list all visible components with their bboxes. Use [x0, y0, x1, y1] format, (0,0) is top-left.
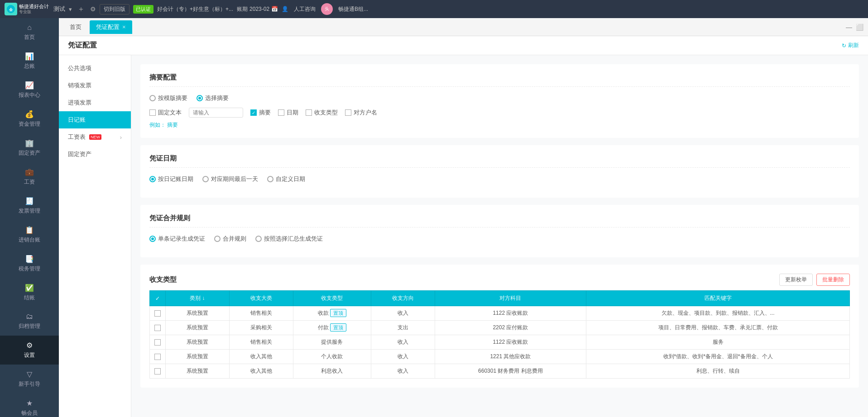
td-direction-3: 收入	[371, 350, 435, 364]
sidebar-item-purchase-sales[interactable]: 📋 进销台账	[0, 220, 59, 249]
checkbox-fixed-text[interactable]: 固定文本	[149, 109, 182, 117]
sidebar-item-label: 报表中心	[19, 91, 40, 99]
sidebar-item-tax[interactable]: 📑 税务管理	[0, 249, 59, 278]
radio-circle-merge	[214, 236, 221, 242]
th-type: 收支类型	[293, 291, 371, 306]
radio-single-record[interactable]: 单条记录生成凭证	[149, 235, 205, 243]
home-icon: ⌂	[27, 24, 32, 32]
checkbox-summary[interactable]: ✓ 摘要	[250, 109, 271, 117]
sidebar-item-fixed-assets[interactable]: 🏢 固定资产	[0, 133, 59, 162]
main-layout: ⌂ 首页 📊 总账 📈 报表中心 💰 资金管理 🏢 固定资产 💼 工资 🧾 发票…	[0, 18, 868, 417]
td-direction-4: 收入	[371, 364, 435, 379]
sidebar-item-reports[interactable]: 📈 报表中心	[0, 76, 59, 104]
td-checkbox-0[interactable]	[150, 306, 166, 321]
left-menu-item-public[interactable]: 公共选项	[59, 60, 131, 77]
payroll-icon: 💼	[25, 168, 34, 176]
left-menu-item-payroll-table[interactable]: 工资表 NEW ›	[59, 128, 131, 146]
settings-sidebar-icon: ⚙	[26, 341, 33, 350]
radio-summary-generate[interactable]: 按照选择汇总生成凭证	[255, 235, 323, 243]
radio-custom-date[interactable]: 自定义日期	[267, 175, 305, 183]
sidebar-item-invoices[interactable]: 🧾 发票管理	[0, 191, 59, 220]
td-checkbox-3[interactable]	[150, 350, 166, 364]
radio-circle-journal	[149, 176, 156, 182]
td-type-4: 利息收入	[293, 364, 371, 379]
voucher-date-radio-group: 按日记账日期 对应期间最后一天 自定义日期	[149, 175, 850, 183]
sidebar-item-payroll[interactable]: 💼 工资	[0, 162, 59, 191]
sidebar-item-label: 进销台账	[19, 236, 40, 244]
logo-icon: 会	[5, 3, 17, 15]
invoices-icon: 🧾	[25, 197, 34, 205]
td-checkbox-2[interactable]	[150, 335, 166, 350]
tab-close-icon[interactable]: ×	[122, 24, 126, 30]
tab-home[interactable]: 首页	[63, 20, 88, 34]
radio-period-last-day[interactable]: 对应期间最后一天	[202, 175, 258, 183]
td-account-2: 1122 应收账款	[435, 335, 586, 350]
radio-journal-date[interactable]: 按日记账日期	[149, 175, 193, 183]
batch-delete-button[interactable]: 批量删除	[816, 274, 850, 286]
tab-minimize-icon[interactable]: —	[846, 24, 852, 31]
top-tag-1[interactable]: 置顶	[330, 323, 346, 332]
select-all-checkbox[interactable]: ✓	[154, 295, 161, 302]
radio-select-summary[interactable]: 选择摘要	[197, 94, 229, 102]
funds-icon: 💰	[25, 110, 34, 118]
update-enum-button[interactable]: 更新枚举	[779, 274, 813, 286]
sidebar: ⌂ 首页 📊 总账 📈 报表中心 💰 资金管理 🏢 固定资产 💼 工资 🧾 发票…	[0, 18, 59, 417]
td-checkbox-1[interactable]	[150, 321, 166, 335]
sidebar-item-general-ledger[interactable]: 📊 总账	[0, 47, 59, 76]
td-checkbox-4[interactable]	[150, 364, 166, 379]
left-menu-item-fixed-assets-config[interactable]: 固定资产	[59, 146, 131, 163]
ledger-icon: 📊	[25, 52, 34, 61]
tab-bar-actions: — ⬜	[846, 24, 863, 31]
table-body: 系统预置 销售相关 收款 置顶 收入 1122 应收账款 欠款、现金、项目款、到…	[150, 306, 850, 379]
sidebar-item-closing[interactable]: ✅ 结账	[0, 278, 59, 307]
summary-config-section: 摘要配置 按模版摘要 选择摘要	[140, 64, 859, 138]
table-row: 系统预置 收入其他 利息收入 收入 660301 财务费用 利息费用 利息、行转…	[150, 364, 850, 379]
calendar-icon: 📅	[271, 6, 278, 12]
td-account-4: 660301 财务费用 利息费用	[435, 364, 586, 379]
checkbox-counterparty[interactable]: 对方户名	[345, 109, 377, 117]
user-name[interactable]: 畅捷通B组...	[338, 5, 368, 13]
settings-icon[interactable]: ⚙	[90, 5, 96, 13]
checkbox-box-summary: ✓	[250, 109, 257, 116]
switch-version-button[interactable]: 切到旧版	[100, 4, 129, 14]
radio-merge-rule[interactable]: 合并规则	[214, 235, 246, 243]
avatar[interactable]: 头	[321, 3, 333, 15]
env-name[interactable]: 测试	[53, 5, 65, 13]
left-menu-item-journal[interactable]: 日记账	[59, 111, 131, 128]
radio-template-summary[interactable]: 按模版摘要	[149, 94, 187, 102]
left-menu-item-purchase-invoice[interactable]: 进项发票	[59, 94, 131, 111]
tab-maximize-icon[interactable]: ⬜	[856, 24, 863, 31]
sidebar-item-funds[interactable]: 💰 资金管理	[0, 104, 59, 133]
tab-voucher-config[interactable]: 凭证配置 ×	[90, 20, 132, 34]
sidebar-item-archive[interactable]: 🗂 归档管理	[0, 307, 59, 336]
sidebar-item-settings[interactable]: ⚙ 设置	[0, 336, 59, 365]
refresh-button[interactable]: ↻ 刷新	[842, 42, 859, 49]
support-icon: 👤	[282, 6, 288, 12]
env-dropdown-icon[interactable]: ▾	[69, 6, 72, 13]
td-category-3: 系统预置	[166, 350, 230, 364]
checkbox-income-type[interactable]: 收支类型	[306, 109, 338, 117]
left-menu-item-sales-invoice[interactable]: 销项发票	[59, 77, 131, 94]
top-tag-0[interactable]: 置顶	[330, 309, 346, 317]
table-header: ✓ 类别 ↓ 收支大类 收支类型 收支方向 对方科目 匹配关键字	[150, 291, 850, 306]
support-label[interactable]: 人工咨询	[294, 5, 316, 13]
th-checkbox[interactable]: ✓	[150, 291, 166, 306]
td-category-0: 系统预置	[166, 306, 230, 321]
add-icon[interactable]: ＋	[76, 5, 86, 14]
archive-icon: 🗂	[26, 313, 33, 321]
sidebar-item-label: 总账	[24, 62, 35, 70]
checkbox-date[interactable]: 日期	[278, 109, 298, 117]
sidebar-item-guide[interactable]: ▽ 新手引导	[0, 365, 59, 393]
sidebar-item-label: 发票管理	[19, 207, 40, 215]
td-type-0: 收款 置顶	[293, 306, 371, 321]
sidebar-item-member[interactable]: ★ 畅会员	[0, 393, 59, 417]
logo-area: 会 畅捷通好会计 专业版	[5, 3, 50, 15]
td-category-1: 系统预置	[166, 321, 230, 335]
table-row: 系统预置 采购相关 付款 置顶 支出 2202 应付账款 项目、日常费用、报销款…	[150, 321, 850, 335]
td-direction-2: 收入	[371, 335, 435, 350]
td-direction-0: 收入	[371, 306, 435, 321]
income-expense-header: 收支类型 更新枚举 批量删除	[149, 274, 850, 286]
td-keywords-0: 欠款、现金、项目款、到款、报销款、汇入、...	[586, 306, 850, 321]
sidebar-item-home[interactable]: ⌂ 首页	[0, 18, 59, 47]
fixed-text-input[interactable]	[189, 108, 243, 118]
